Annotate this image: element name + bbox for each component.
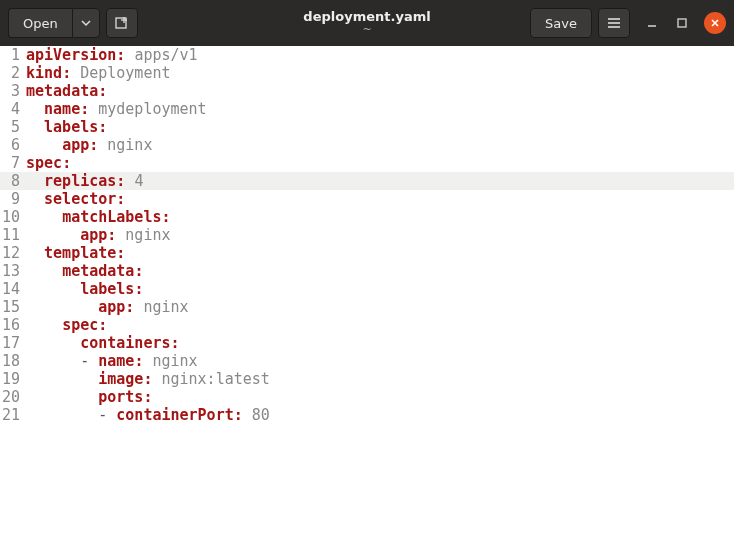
code-line[interactable]: 13 metadata:: [0, 262, 734, 280]
code-content: metadata:: [24, 262, 143, 280]
save-button[interactable]: Save: [530, 8, 592, 38]
code-line[interactable]: 15 app: nginx: [0, 298, 734, 316]
code-line[interactable]: 2kind: Deployment: [0, 64, 734, 82]
code-content: app: nginx: [24, 226, 171, 244]
code-line[interactable]: 5 labels:: [0, 118, 734, 136]
line-number: 2: [0, 64, 24, 82]
open-recent-button[interactable]: [72, 8, 100, 38]
code-content: template:: [24, 244, 125, 262]
code-line[interactable]: 12 template:: [0, 244, 734, 262]
code-line[interactable]: 7spec:: [0, 154, 734, 172]
line-number: 19: [0, 370, 24, 388]
document-title: deployment.yaml: [303, 10, 430, 24]
code-line[interactable]: 9 selector:: [0, 190, 734, 208]
code-line[interactable]: 14 labels:: [0, 280, 734, 298]
save-label: Save: [545, 16, 577, 31]
code-line[interactable]: 21 - containerPort: 80: [0, 406, 734, 424]
code-content: matchLabels:: [24, 208, 171, 226]
open-button[interactable]: Open: [8, 8, 72, 38]
line-number: 5: [0, 118, 24, 136]
close-button[interactable]: [704, 12, 726, 34]
line-number: 8: [0, 172, 24, 190]
code-content: ports:: [24, 388, 152, 406]
code-line[interactable]: 4 name: mydeployment: [0, 100, 734, 118]
code-content: spec:: [24, 154, 71, 172]
line-number: 20: [0, 388, 24, 406]
code-content: containers:: [24, 334, 180, 352]
new-tab-button[interactable]: [106, 8, 138, 38]
code-line[interactable]: 10 matchLabels:: [0, 208, 734, 226]
line-number: 7: [0, 154, 24, 172]
line-number: 10: [0, 208, 24, 226]
code-line[interactable]: 1apiVersion: apps/v1: [0, 46, 734, 64]
close-icon: [710, 18, 720, 28]
code-content: - containerPort: 80: [24, 406, 270, 424]
window-controls: [644, 12, 726, 34]
line-number: 14: [0, 280, 24, 298]
open-label: Open: [23, 16, 58, 31]
line-number: 9: [0, 190, 24, 208]
code-content: name: mydeployment: [24, 100, 207, 118]
line-number: 15: [0, 298, 24, 316]
code-content: labels:: [24, 280, 143, 298]
code-content: - name: nginx: [24, 352, 198, 370]
code-line[interactable]: 17 containers:: [0, 334, 734, 352]
code-line[interactable]: 3metadata:: [0, 82, 734, 100]
code-line[interactable]: 8 replicas: 4: [0, 172, 734, 190]
code-content: apiVersion: apps/v1: [24, 46, 198, 64]
code-content: labels:: [24, 118, 107, 136]
code-content: image: nginx:latest: [24, 370, 270, 388]
source-view[interactable]: 1apiVersion: apps/v12kind: Deployment3me…: [0, 46, 734, 553]
line-number: 17: [0, 334, 24, 352]
chevron-down-icon: [81, 18, 91, 28]
line-number: 4: [0, 100, 24, 118]
line-number: 3: [0, 82, 24, 100]
code-line[interactable]: 18 - name: nginx: [0, 352, 734, 370]
code-line[interactable]: 16 spec:: [0, 316, 734, 334]
code-content: app: nginx: [24, 136, 152, 154]
new-tab-icon: [115, 16, 129, 30]
code-content: metadata:: [24, 82, 107, 100]
line-number: 21: [0, 406, 24, 424]
maximize-button[interactable]: [674, 15, 690, 31]
headerbar: Open deployment.yaml ~ Save: [0, 0, 734, 46]
line-number: 11: [0, 226, 24, 244]
title-area: deployment.yaml ~: [303, 10, 430, 36]
line-number: 12: [0, 244, 24, 262]
minimize-icon: [647, 18, 657, 28]
line-number: 16: [0, 316, 24, 334]
code-content: spec:: [24, 316, 107, 334]
line-number: 6: [0, 136, 24, 154]
code-content: kind: Deployment: [24, 64, 171, 82]
code-content: replicas: 4: [24, 172, 143, 190]
hamburger-icon: [607, 17, 621, 29]
maximize-icon: [677, 18, 687, 28]
line-number: 13: [0, 262, 24, 280]
line-number: 1: [0, 46, 24, 64]
document-path: ~: [303, 24, 430, 36]
code-line[interactable]: 20 ports:: [0, 388, 734, 406]
code-line[interactable]: 19 image: nginx:latest: [0, 370, 734, 388]
code-line[interactable]: 6 app: nginx: [0, 136, 734, 154]
code-line[interactable]: 11 app: nginx: [0, 226, 734, 244]
menu-button[interactable]: [598, 8, 630, 38]
line-number: 18: [0, 352, 24, 370]
svg-rect-7: [678, 19, 686, 27]
code-content: selector:: [24, 190, 125, 208]
minimize-button[interactable]: [644, 15, 660, 31]
open-group: Open: [8, 8, 100, 38]
code-content: app: nginx: [24, 298, 189, 316]
